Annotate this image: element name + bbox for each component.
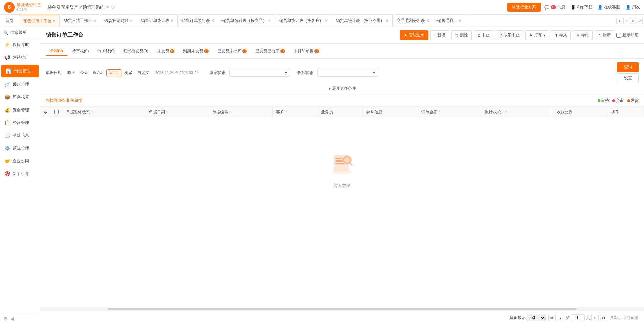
th-number[interactable]: 单据编号⇅ (209, 107, 273, 118)
tab-margin[interactable]: 商品毛利分析表 ✕ (393, 15, 433, 27)
th-gear[interactable]: ⚙ (40, 107, 51, 118)
date-opt-today[interactable]: 今天 (79, 69, 89, 76)
filter-tab-shipped-not-out[interactable]: 已发货未出库0 (213, 47, 251, 56)
unapprove-button[interactable]: 弃审 (612, 98, 624, 104)
th-status[interactable]: 单据整体状态⇅ (62, 107, 145, 118)
expand-more-button[interactable]: ▾ 展开更多条件 (329, 86, 356, 91)
refresh-button[interactable]: ↻ 刷新 (595, 30, 614, 40)
tab-close-icon[interactable]: ✕ (171, 19, 173, 23)
sidebar-item-inventory[interactable]: 📦 库存核算 (0, 91, 40, 104)
tab-close-icon[interactable]: ✕ (130, 19, 133, 23)
sidebar-item-system[interactable]: ⚙️ 系统管理 (0, 142, 40, 155)
sidebar-item-basic[interactable]: 📑 基础信息 (0, 129, 40, 142)
dropdown-arrow-icon[interactable]: ▾ (106, 5, 109, 10)
tab-close-icon[interactable]: ✕ (386, 19, 388, 23)
tab-close-icon[interactable]: ✕ (211, 19, 214, 23)
page-size-dropdown[interactable]: 50 10 20 100 (527, 314, 546, 321)
set-button[interactable]: 设置 (617, 73, 639, 83)
tab-close-icon[interactable]: ✕ (426, 19, 429, 23)
industry-solution-button[interactable]: 体验行业方案 (507, 3, 541, 12)
page-number-input[interactable] (571, 314, 585, 321)
date-opt-7days[interactable]: 近7天 (91, 69, 104, 76)
sidebar-item-sales[interactable]: 📊 销售管理 (1, 65, 39, 77)
page-title: 销售订单工作台 (46, 32, 83, 39)
ship-button[interactable]: 发货 (627, 98, 639, 104)
inventory-icon: 📦 (4, 94, 10, 100)
right-buttons: 查询 设置 (617, 62, 639, 83)
page-first-button[interactable]: ≪ (548, 314, 556, 321)
filter-tab-shop[interactable]: 旺铺待发货(0) (119, 47, 153, 56)
filter-tab-overdue[interactable]: 到期未发货0 (179, 47, 213, 56)
tab-sales-order[interactable]: 销售订单工作台 ✕ (19, 15, 60, 27)
delete-button[interactable]: 🗑 删除 (451, 30, 472, 40)
tab-close-icon[interactable]: ✕ (53, 19, 55, 23)
tab-reconcile[interactable]: 钱货日清对账 ✕ (100, 15, 137, 27)
approve-button[interactable]: 审核 (598, 98, 609, 104)
filter-tab-unshipped[interactable]: 未发货0 (153, 47, 179, 56)
online-service-button[interactable]: 👤 在线客服 (598, 4, 620, 10)
export-button[interactable]: ⬇ 导出 (573, 30, 593, 40)
status-select[interactable]: ▾ (229, 69, 290, 77)
collapse-icon[interactable]: ◀ (10, 316, 14, 321)
filter-tab-unprinted[interactable]: 未打印单据0 (289, 47, 324, 56)
cancel-suspend-button[interactable]: ↺ 取消中止 (496, 30, 523, 40)
scroll-track[interactable] (108, 308, 577, 310)
filter-tab-pending[interactable]: 待审核(0) (68, 47, 93, 56)
settings-bottom-icon[interactable]: ⚙ (3, 316, 8, 321)
sidebar-item-operations[interactable]: 📋 经营管理 (0, 116, 40, 129)
print-button[interactable]: 🖨 打印 ▾ (525, 30, 549, 40)
tab-scroll-right-button[interactable]: › (623, 18, 629, 24)
settings-icon[interactable]: ⚙ (111, 5, 115, 10)
tab-daily-clear[interactable]: 钱货日清工作台 ✕ (60, 15, 100, 27)
tab-close-icon[interactable]: ✕ (93, 19, 96, 23)
message-button[interactable]: 💬 6 消息 (544, 4, 565, 10)
show-detail-checkbox[interactable] (616, 33, 621, 38)
import-button[interactable]: ⬆ 导入 (551, 30, 571, 40)
tab-close-all-button[interactable]: ✕ (630, 18, 636, 24)
th-amount[interactable]: 订单金额⇅ (418, 107, 481, 118)
date-opt-yesterday[interactable]: 昨天 (66, 69, 77, 76)
filter-tab-all[interactable]: 全部(0) (46, 46, 68, 56)
tab-sales-staff[interactable]: 销货单统计表（按业务员） ✕ (332, 15, 393, 27)
scroll-bar-area[interactable] (40, 307, 644, 311)
th-date[interactable]: 单据日期⇅ (145, 107, 209, 118)
filter-tab-shipped-out[interactable]: 已发货已出库0 (251, 47, 289, 56)
smart-create-button[interactable]: ★ 智能生单 (400, 30, 428, 40)
sidebar-item-coop[interactable]: 🤝 企业协同 (0, 155, 40, 167)
filter-tab-picking[interactable]: 待拣货(0) (93, 47, 119, 56)
tab-home[interactable]: 首页 (0, 15, 19, 27)
tab-sales-product[interactable]: 销货单统计表（按商品） ✕ (218, 15, 275, 27)
sidebar-item-newbie[interactable]: 🎯 新手引导 (0, 167, 40, 180)
tab-close-icon[interactable]: ✕ (458, 19, 461, 23)
query-button[interactable]: 查询 (617, 62, 639, 72)
user-avatar[interactable]: 👤 用友 (626, 4, 640, 10)
tab-maximize-button[interactable]: ⤢ (637, 18, 643, 24)
suspend-button[interactable]: ⊘ 中止 (474, 30, 493, 40)
page-next-button[interactable]: › (591, 314, 599, 321)
tab-order-stats[interactable]: 销售订单统计表 ✕ (137, 15, 178, 27)
tab-close-icon[interactable]: ✕ (268, 19, 271, 23)
th-collect[interactable]: 累计收款...⇅ (481, 107, 553, 118)
new-button[interactable]: + 新增 (430, 30, 449, 40)
tab-close-icon[interactable]: ✕ (325, 19, 328, 23)
tab-sales-customer[interactable]: 销货单统计表（按客户） ✕ (275, 15, 332, 27)
message-icon: 💬 (544, 5, 549, 10)
date-opt-custom[interactable]: 自定义 (136, 69, 151, 76)
th-checkbox[interactable] (51, 107, 62, 118)
date-opt-1month[interactable]: 近1月 (106, 69, 122, 76)
th-customer[interactable]: 客户⇅ (272, 107, 317, 118)
page-prev-button[interactable]: ‹ (557, 314, 564, 321)
sidebar-item-purchase[interactable]: 🛒 采购管理 (0, 78, 40, 91)
tab-order-exec[interactable]: 销售订单执行表 ✕ (178, 15, 218, 27)
select-all-checkbox[interactable] (54, 110, 59, 114)
tab-sales-margin[interactable]: 销售毛利... ✕ (433, 15, 465, 27)
page-last-button[interactable]: ≫ (600, 314, 607, 321)
tab-scroll-left-button[interactable]: ‹ (616, 18, 622, 24)
date-opt-more[interactable]: 更多 (123, 69, 134, 76)
sidebar-item-marketing[interactable]: 📢 营销推广 (0, 51, 40, 64)
sidebar-search[interactable]: 🔍 搜索菜单 (0, 27, 40, 38)
collect-select[interactable]: ▾ (317, 69, 378, 77)
sidebar-item-quicknav[interactable]: ⚡ 快捷导航 (0, 38, 40, 51)
sidebar-item-finance[interactable]: 💰 资金管理 (0, 104, 40, 116)
app-download-button[interactable]: 📱 App下载 (571, 4, 592, 10)
